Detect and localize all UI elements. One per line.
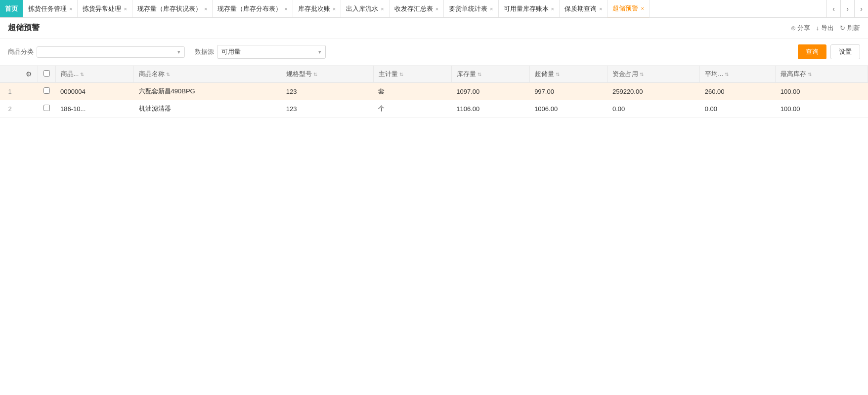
tab-close-icon[interactable]: × — [435, 6, 438, 12]
cell-product_name: 机油滤清器 — [134, 100, 281, 118]
row-number: 2 — [0, 100, 20, 118]
cell-product_name: 六配套新昌490BPG — [134, 83, 281, 100]
product-category-filter: 商品分类 ▾ — [8, 46, 185, 58]
query-button[interactable]: 查询 — [798, 44, 826, 59]
tab-close-icon[interactable]: × — [333, 6, 336, 12]
tab-label: 超储预警 — [612, 4, 638, 13]
page-header: 超储预警 ⎋ 分享 ↓ 导出 ↻ 刷新 — [0, 18, 868, 39]
table-container: ⚙商品...⇅商品名称⇅规格型号⇅主计量⇅库存量⇅超储量⇅资金占用⇅平均...⇅… — [0, 66, 868, 118]
nav-tab[interactable]: 收发存汇总表× — [390, 0, 444, 18]
refresh-label: 刷新 — [847, 24, 860, 33]
share-label: 分享 — [797, 24, 810, 33]
tab-label: 要货单统计表 — [449, 4, 487, 13]
tab-label: 保质期查询 — [564, 4, 597, 13]
tab-close-icon[interactable]: × — [124, 6, 127, 12]
sort-icon[interactable]: ⇅ — [313, 72, 317, 77]
settings-button[interactable]: 设置 — [830, 44, 860, 59]
datasource-select[interactable]: 可用量 ▾ — [217, 45, 326, 59]
home-label: 首页 — [5, 4, 18, 13]
nav-tab[interactable]: 出入库流水× — [341, 0, 389, 18]
product-category-arrow-icon: ▾ — [177, 49, 180, 55]
tab-close-icon[interactable]: × — [284, 6, 287, 12]
nav-arrow-left[interactable]: ‹ — [826, 0, 840, 18]
refresh-icon: ↻ — [840, 24, 845, 32]
row-checkbox[interactable] — [43, 87, 50, 94]
row-checkbox[interactable] — [43, 105, 50, 111]
sort-icon[interactable]: ⇅ — [808, 72, 812, 77]
select-all-checkbox[interactable] — [43, 70, 50, 77]
nav-tab[interactable]: 超储预警× — [608, 0, 649, 18]
cell-spec: 123 — [281, 83, 374, 100]
share-button[interactable]: ⎋ 分享 — [791, 24, 810, 33]
tab-close-icon[interactable]: × — [641, 5, 644, 11]
cell-product_code: 186-10... — [55, 100, 134, 118]
sort-icon[interactable]: ⇅ — [80, 72, 84, 77]
cell-avg: 0.00 — [700, 100, 776, 118]
col-header-product_code: 商品...⇅ — [55, 66, 134, 83]
nav-tab[interactable]: 拣货异常处理× — [78, 0, 132, 18]
nav-tab[interactable]: 保质期查询× — [560, 0, 608, 18]
nav-tab[interactable]: 要货单统计表× — [444, 0, 498, 18]
cell-avg: 260.00 — [700, 83, 776, 100]
sort-icon[interactable]: ⇅ — [725, 72, 729, 77]
filter-area: 商品分类 ▾ 数据源 可用量 ▾ 查询 设置 — [0, 39, 868, 66]
tab-label: 出入库流水 — [346, 4, 378, 13]
sort-icon[interactable]: ⇅ — [556, 72, 560, 77]
col-header-max_stock: 最高库存⇅ — [776, 66, 868, 83]
row-settings — [20, 83, 38, 100]
sort-icon[interactable]: ⇅ — [477, 72, 481, 77]
col-header-product_name: 商品名称⇅ — [134, 66, 281, 83]
tab-close-icon[interactable]: × — [381, 6, 384, 12]
nav-tab[interactable]: 可用量库存账本× — [499, 0, 560, 18]
checkbox-col-header — [38, 66, 55, 83]
col-header-unit: 主计量⇅ — [373, 66, 451, 83]
nav-home[interactable]: 首页 — [0, 0, 23, 18]
table-body: 10000004六配套新昌490BPG123套1097.00997.002592… — [0, 83, 868, 118]
tab-close-icon[interactable]: × — [490, 6, 493, 12]
datasource-label: 数据源 — [195, 47, 214, 56]
nav-arrows: ‹ › › — [826, 0, 868, 18]
cell-stock: 1106.00 — [451, 100, 529, 118]
tab-close-icon[interactable]: × — [69, 6, 72, 12]
tab-label: 拣货任务管理 — [28, 4, 67, 13]
row-settings — [20, 100, 38, 118]
top-nav: 首页 拣货任务管理×拣货异常处理×现存量（库存状况表）×现存量（库存分布表）×库… — [0, 0, 868, 18]
tab-close-icon[interactable]: × — [551, 6, 554, 12]
product-category-label: 商品分类 — [8, 47, 34, 56]
col-header-capital: 资金占用⇅ — [608, 66, 700, 83]
tab-label: 现存量（库存状况表） — [137, 4, 202, 13]
cell-capital: 0.00 — [608, 100, 700, 118]
tab-close-icon[interactable]: × — [204, 6, 207, 12]
table-header-row: ⚙商品...⇅商品名称⇅规格型号⇅主计量⇅库存量⇅超储量⇅资金占用⇅平均...⇅… — [0, 66, 868, 83]
tab-label: 现存量（库存分布表） — [217, 4, 282, 13]
sort-icon[interactable]: ⇅ — [166, 72, 170, 77]
datasource-value: 可用量 — [221, 47, 241, 56]
settings-col-header: ⚙ — [20, 66, 38, 83]
refresh-button[interactable]: ↻ 刷新 — [840, 24, 860, 33]
cell-unit: 个 — [373, 100, 451, 118]
row-number: 1 — [0, 83, 20, 100]
product-category-select[interactable]: ▾ — [37, 46, 185, 58]
nav-arrow-right[interactable]: › — [840, 0, 854, 18]
sort-icon[interactable]: ⇅ — [640, 72, 644, 77]
gear-icon[interactable]: ⚙ — [26, 70, 32, 78]
share-icon: ⎋ — [791, 24, 795, 32]
col-header-avg: 平均...⇅ — [700, 66, 776, 83]
nav-tab[interactable]: 拣货任务管理× — [23, 0, 78, 18]
cell-capital: 259220.00 — [608, 83, 700, 100]
sort-icon[interactable]: ⇅ — [399, 72, 403, 77]
cell-max_stock: 100.00 — [776, 100, 868, 118]
tab-close-icon[interactable]: × — [599, 6, 602, 12]
data-table: ⚙商品...⇅商品名称⇅规格型号⇅主计量⇅库存量⇅超储量⇅资金占用⇅平均...⇅… — [0, 66, 868, 118]
table-row: 10000004六配套新昌490BPG123套1097.00997.002592… — [0, 83, 868, 100]
tab-label: 可用量库存账本 — [504, 4, 549, 13]
nav-tab[interactable]: 库存批次账× — [293, 0, 341, 18]
nav-arrow-expand[interactable]: › — [854, 0, 868, 18]
col-header-stock: 库存量⇅ — [451, 66, 529, 83]
export-icon: ↓ — [816, 24, 820, 32]
nav-tab[interactable]: 现存量（库存状况表）× — [132, 0, 213, 18]
nav-tab[interactable]: 现存量（库存分布表）× — [213, 0, 293, 18]
cell-max_stock: 100.00 — [776, 83, 868, 100]
export-button[interactable]: ↓ 导出 — [816, 24, 834, 33]
cell-spec: 123 — [281, 100, 374, 118]
